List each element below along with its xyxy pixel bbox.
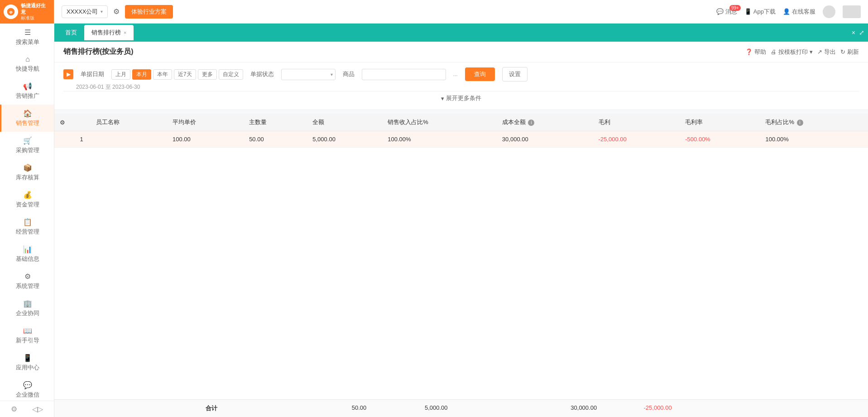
template-print-btn[interactable]: 🖨 按模板打印 ▾ bbox=[771, 48, 813, 56]
row-quantity-cell: 50.00 bbox=[244, 131, 307, 148]
tab-home[interactable]: 首页 bbox=[58, 25, 84, 40]
col-header-rank bbox=[72, 114, 91, 131]
sidebar-item-enterprise[interactable]: 🏢 企业协同 bbox=[0, 295, 54, 322]
main-area: XXXXX公司 ▾ ⚙ 体验行业方案 💬 消息 99+ 📱 App下载 👤 在线… bbox=[54, 0, 868, 417]
col-header-gross-profit: 毛利 bbox=[593, 114, 680, 131]
data-table: ⚙ 员工名称 平均单价 主数量 全额 bbox=[54, 114, 868, 148]
date-custom-btn[interactable]: 自定义 bbox=[219, 69, 243, 80]
search-menu-icon: ☰ bbox=[24, 28, 31, 37]
company-chevron-icon: ▾ bbox=[101, 9, 103, 14]
date-this-year-btn[interactable]: 本年 bbox=[153, 69, 172, 80]
gross-ratio-info-icon[interactable]: i bbox=[797, 120, 803, 126]
print-icon: 🖨 bbox=[771, 48, 777, 55]
table-header: ⚙ 员工名称 平均单价 主数量 全额 bbox=[54, 114, 868, 131]
sidebar-settings-btn[interactable]: ⚙ bbox=[11, 405, 17, 413]
sidebar-item-marketing[interactable]: 📢 营销推广 bbox=[0, 77, 54, 105]
tab-close-icon[interactable]: × bbox=[124, 30, 126, 35]
row-employee-cell bbox=[91, 131, 167, 148]
sidebar-item-guide[interactable]: 📖 新手引导 bbox=[0, 322, 54, 349]
col-header-settings[interactable]: ⚙ bbox=[54, 114, 72, 131]
sidebar-item-capital-label: 资金管理 bbox=[16, 201, 39, 209]
app-logo: 畅捷通好生意 标准版 bbox=[0, 0, 54, 24]
goods-filter-label: 商品 bbox=[343, 70, 355, 78]
basic-icon: 📊 bbox=[23, 245, 32, 254]
sidebar-item-system-label: 系统管理 bbox=[16, 282, 39, 290]
footer-gross-profit: -25,000.00 bbox=[644, 404, 717, 412]
filter-settings-btn[interactable]: 设置 bbox=[502, 67, 528, 81]
sidebar-item-purchase[interactable]: 🛒 采购管理 bbox=[0, 132, 54, 159]
date-7days-btn[interactable]: 近7天 bbox=[174, 69, 196, 80]
status-select[interactable] bbox=[281, 69, 336, 80]
help-label: 帮助 bbox=[754, 48, 766, 56]
sidebar-item-operations[interactable]: 📋 经营管理 bbox=[0, 213, 54, 240]
export-btn[interactable]: ↗ 导出 bbox=[817, 48, 836, 56]
template-print-label: 按模板打印 bbox=[778, 48, 808, 56]
message-btn[interactable]: 💬 消息 99+ bbox=[716, 8, 737, 16]
company-name: XXXXX公司 bbox=[67, 8, 98, 16]
col-header-employee: 员工名称 bbox=[91, 114, 167, 131]
export-icon: ↗ bbox=[817, 48, 822, 55]
enterprise-icon: 🏢 bbox=[23, 299, 32, 308]
wechat-icon: 💬 bbox=[23, 381, 32, 389]
page-header: 销售排行榜(按业务员) ❓ 帮助 🖨 按模板打印 ▾ ↗ 导出 ↻ 刷新 bbox=[54, 42, 868, 62]
sidebar-nav: ☰ 搜索菜单 ⌂ 快捷导航 📢 营销推广 🏠 销售管理 🛒 采购管理 📦 库存核… bbox=[0, 24, 54, 401]
help-btn[interactable]: ❓ 帮助 bbox=[745, 48, 766, 56]
page-actions: ❓ 帮助 🖨 按模板打印 ▾ ↗ 导出 ↻ 刷新 bbox=[745, 48, 859, 56]
refresh-btn[interactable]: ↻ 刷新 bbox=[840, 48, 859, 56]
tabbar: 首页 销售排行榜 × × ⤢ bbox=[54, 24, 868, 42]
sidebar-item-sales[interactable]: 🏠 销售管理 bbox=[0, 105, 54, 132]
sidebar-collapse-btn[interactable]: ◁▷ bbox=[32, 405, 43, 413]
row-gross-rate-cell: -500.00% bbox=[680, 131, 760, 148]
filter-collapse-btn[interactable]: ▶ bbox=[63, 69, 73, 79]
sidebar-item-quick[interactable]: ⌂ 快捷导航 bbox=[0, 51, 54, 77]
tab-restore-btn[interactable]: ⤢ bbox=[859, 29, 864, 36]
industry-btn[interactable]: 体验行业方案 bbox=[125, 5, 173, 19]
date-more-btn[interactable]: 更多 bbox=[198, 69, 217, 80]
refresh-icon: ↻ bbox=[840, 48, 845, 55]
app-download-btn[interactable]: 📱 App下载 bbox=[744, 8, 776, 16]
capital-icon: 💰 bbox=[23, 191, 32, 199]
sidebar-item-sales-label: 销售管理 bbox=[16, 119, 39, 127]
table-row: 1 100.00 50.00 5,000.00 bbox=[54, 131, 868, 148]
sidebar-item-system[interactable]: ⚙ 系统管理 bbox=[0, 268, 54, 295]
online-support-btn[interactable]: 👤 在线客服 bbox=[783, 8, 815, 16]
purchase-icon: 🛒 bbox=[23, 136, 32, 145]
footer-avg-price bbox=[279, 404, 352, 412]
sidebar-item-search-label: 搜索菜单 bbox=[16, 38, 39, 46]
sidebar-item-inventory[interactable]: 📦 库存核算 bbox=[0, 159, 54, 186]
cost-info-icon[interactable]: i bbox=[528, 120, 534, 126]
help-icon: ❓ bbox=[745, 48, 753, 55]
sidebar-item-wechat[interactable]: 💬 企业微信 bbox=[0, 376, 54, 401]
expand-more-btn[interactable]: ▾ 展开更多条件 bbox=[63, 91, 859, 105]
more-conditions-btn[interactable]: ... bbox=[453, 71, 458, 77]
status-filter-label: 单据状态 bbox=[250, 70, 274, 78]
row-gross-ratio-cell: 100.00% bbox=[760, 131, 868, 148]
export-label: 导出 bbox=[824, 48, 836, 56]
topbar-settings-icon[interactable]: ⚙ bbox=[113, 7, 120, 16]
col-header-gross-rate: 毛利率 bbox=[680, 114, 760, 131]
sidebar-item-wechat-label: 企业微信 bbox=[16, 391, 39, 399]
sidebar-item-search[interactable]: ☰ 搜索菜单 bbox=[0, 24, 54, 51]
logo-icon bbox=[4, 5, 18, 19]
download-icon: 📱 bbox=[744, 8, 752, 15]
sidebar-item-capital[interactable]: 💰 资金管理 bbox=[0, 186, 54, 213]
sidebar-item-apps-label: 应用中心 bbox=[16, 364, 39, 372]
date-last-month-btn[interactable]: 上月 bbox=[111, 69, 130, 80]
sidebar-item-apps[interactable]: 📱 应用中心 bbox=[0, 349, 54, 376]
goods-filter-input[interactable] bbox=[362, 69, 446, 80]
refresh-label: 刷新 bbox=[847, 48, 859, 56]
guide-icon: 📖 bbox=[23, 326, 32, 335]
col-header-avg-price: 平均单价 bbox=[167, 114, 244, 131]
home-icon: ⌂ bbox=[25, 55, 30, 63]
user-avatar[interactable] bbox=[823, 5, 835, 18]
tab-sales-rank[interactable]: 销售排行榜 × bbox=[84, 25, 134, 40]
query-btn[interactable]: 查询 bbox=[465, 67, 495, 81]
company-selector[interactable]: XXXXX公司 ▾ bbox=[62, 5, 108, 18]
footer-gross-rate bbox=[717, 404, 790, 412]
sidebar-item-basic[interactable]: 📊 基础信息 bbox=[0, 240, 54, 268]
support-icon: 👤 bbox=[783, 8, 790, 15]
footer-cost: 30,000.00 bbox=[571, 404, 643, 412]
date-this-month-btn[interactable]: 本月 bbox=[132, 69, 151, 80]
col-header-quantity: 主数量 bbox=[244, 114, 307, 131]
tab-close-window-btn[interactable]: × bbox=[852, 29, 855, 36]
